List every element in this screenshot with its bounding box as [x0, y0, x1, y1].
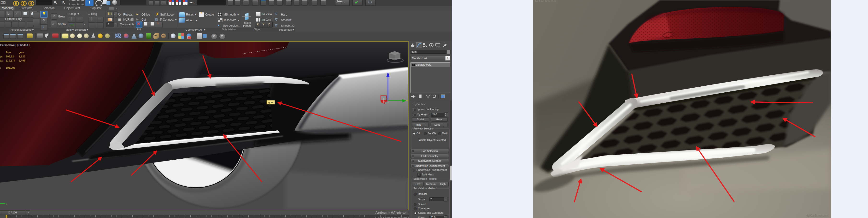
svg-text:ts:: ts:: [0, 59, 3, 62]
svg-text:y: y: [6, 202, 7, 205]
svg-text:1,822: 1,822: [19, 55, 25, 58]
svg-text:108.296: 108.296: [6, 66, 16, 69]
svg-text:2,496: 2,496: [19, 59, 25, 62]
svg-text:ys:: ys:: [0, 55, 3, 58]
svg-text:106,824: 106,824: [6, 55, 16, 58]
svg-text:gum: gum: [268, 101, 273, 104]
svg-text:NetCarShow.com: NetCarShow.com: [535, 0, 556, 2]
svg-text::: :: [0, 66, 1, 69]
svg-text:Perspective ] [ Shaded ]: Perspective ] [ Shaded ]: [0, 43, 30, 46]
svg-text:Total: Total: [6, 51, 11, 53]
svg-text:119,174: 119,174: [6, 59, 15, 62]
svg-text:NetCarShow.com: NetCarShow.com: [806, 214, 828, 217]
svg-text:gum: gum: [19, 51, 24, 53]
